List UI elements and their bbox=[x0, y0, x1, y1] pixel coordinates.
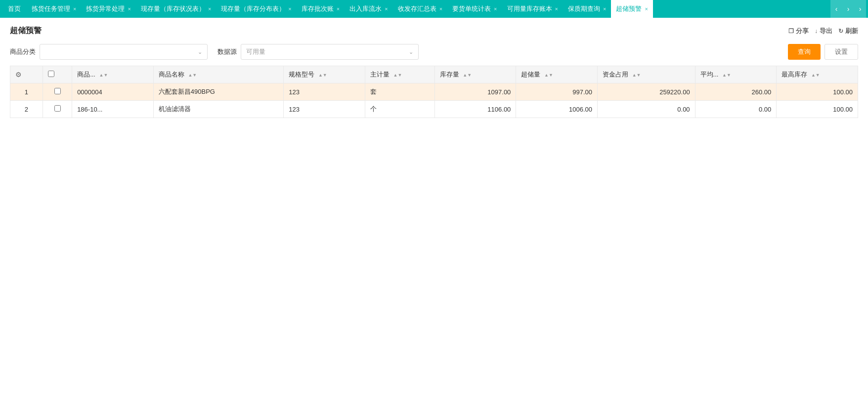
close-icon[interactable]: × bbox=[555, 6, 558, 12]
row-name: 六配套新昌490BPG bbox=[153, 83, 283, 101]
close-icon[interactable]: × bbox=[337, 6, 340, 12]
row-capital: 0.00 bbox=[598, 101, 695, 118]
nav-tab-5[interactable]: 出入库流水 × bbox=[345, 0, 392, 18]
col-header-over[interactable]: 超储量 ▲▼ bbox=[516, 66, 598, 83]
nav-tab-3[interactable]: 现存量（库存分布表） × bbox=[216, 0, 296, 18]
col-header-capital[interactable]: 资金占用 ▲▼ bbox=[598, 66, 695, 83]
row-avg: 260.00 bbox=[695, 83, 777, 101]
nav-tab-2[interactable]: 现存量（库存状况表） × bbox=[136, 0, 216, 18]
gear-icon[interactable]: ⚙ bbox=[15, 71, 22, 79]
page-container: 超储预警 ❐ 分享 ↓ 导出 ↻ 刷新 商品分类 ⌄ 数据源 bbox=[0, 18, 868, 126]
filter-row: 商品分类 ⌄ 数据源 可用量 ⌄ 查询 设置 bbox=[10, 44, 858, 60]
sort-icon: ▲▼ bbox=[632, 73, 641, 78]
refresh-link[interactable]: ↻ 刷新 bbox=[838, 27, 858, 36]
nav-prev-button[interactable]: ‹ bbox=[830, 0, 842, 18]
data-table: ⚙ 商品... ▲▼ 商品名称 ▲▼ 规格型号 ▲▼ 主计 bbox=[10, 66, 858, 118]
sort-icon: ▲▼ bbox=[544, 73, 553, 78]
query-button[interactable]: 查询 bbox=[788, 44, 821, 60]
col-header-avg[interactable]: 平均... ▲▼ bbox=[695, 66, 777, 83]
row-avg: 0.00 bbox=[695, 101, 777, 118]
nav-tab-1[interactable]: 拣货异常处理 × bbox=[81, 0, 135, 18]
row-spec: 123 bbox=[284, 101, 365, 118]
set-button[interactable]: 设置 bbox=[825, 44, 858, 60]
close-icon[interactable]: × bbox=[645, 6, 648, 12]
export-link[interactable]: ↓ 导出 bbox=[815, 27, 832, 36]
sort-icon: ▲▼ bbox=[318, 73, 327, 78]
row-code: 186-10... bbox=[72, 101, 154, 118]
nav-more-button[interactable]: › bbox=[854, 0, 866, 18]
nav-tab-8[interactable]: 可用量库存账本 × bbox=[502, 0, 563, 18]
chevron-down-icon: ⌄ bbox=[198, 49, 202, 55]
row-name: 机油滤清器 bbox=[153, 101, 283, 118]
nav-tab-4[interactable]: 库存批次账 × bbox=[297, 0, 345, 18]
sort-icon: ▲▼ bbox=[722, 73, 731, 78]
row-code: 0000004 bbox=[72, 83, 154, 101]
sort-icon: ▲▼ bbox=[393, 73, 402, 78]
close-icon[interactable]: × bbox=[73, 6, 76, 12]
nav-tab-7[interactable]: 要货单统计表 × bbox=[447, 0, 502, 18]
export-icon: ↓ bbox=[815, 28, 818, 35]
close-icon[interactable]: × bbox=[128, 6, 130, 12]
table-row: 2 186-10... 机油滤清器 123 个 1106.00 1006.00 … bbox=[10, 101, 858, 118]
row-unit: 个 bbox=[365, 101, 434, 118]
row-stock: 1097.00 bbox=[434, 83, 516, 101]
select-all-checkbox[interactable] bbox=[48, 71, 54, 77]
nav-next-button[interactable]: › bbox=[842, 0, 854, 18]
row-over: 997.00 bbox=[516, 83, 598, 101]
sort-icon: ▲▼ bbox=[99, 73, 108, 78]
filter-actions: 查询 设置 bbox=[788, 44, 858, 60]
sort-icon: ▲▼ bbox=[463, 73, 472, 78]
row-seq: 2 bbox=[10, 101, 43, 118]
datasource-value: 可用量 bbox=[246, 47, 265, 56]
share-link[interactable]: ❐ 分享 bbox=[788, 27, 809, 36]
settings-header[interactable]: ⚙ bbox=[10, 66, 43, 83]
row-checkbox[interactable] bbox=[54, 88, 61, 94]
refresh-icon: ↻ bbox=[838, 28, 843, 35]
col-header-unit[interactable]: 主计量 ▲▼ bbox=[365, 66, 434, 83]
row-check[interactable] bbox=[43, 83, 72, 101]
chevron-down-icon: ⌄ bbox=[409, 49, 413, 55]
share-icon: ❐ bbox=[788, 28, 794, 35]
row-stock: 1106.00 bbox=[434, 101, 516, 118]
nav-tab-10[interactable]: 超储预警 × bbox=[611, 0, 652, 18]
check-header[interactable] bbox=[43, 66, 72, 83]
close-icon[interactable]: × bbox=[208, 6, 211, 12]
datasource-label: 数据源 bbox=[217, 47, 237, 56]
col-header-max[interactable]: 最高库存 ▲▼ bbox=[777, 66, 858, 83]
page-title: 超储预警 bbox=[10, 26, 42, 36]
nav-home[interactable]: 首页 bbox=[2, 4, 27, 13]
close-icon[interactable]: × bbox=[603, 6, 606, 12]
close-icon[interactable]: × bbox=[385, 6, 388, 12]
row-spec: 123 bbox=[284, 83, 365, 101]
category-select[interactable]: ⌄ bbox=[40, 44, 208, 60]
datasource-filter: 数据源 可用量 ⌄ bbox=[217, 44, 419, 60]
close-icon[interactable]: × bbox=[288, 6, 291, 12]
row-capital: 259220.00 bbox=[598, 83, 695, 101]
nav-tab-9[interactable]: 保质期查询 × bbox=[563, 0, 611, 18]
close-icon[interactable]: × bbox=[439, 6, 442, 12]
table-header-row: ⚙ 商品... ▲▼ 商品名称 ▲▼ 规格型号 ▲▼ 主计 bbox=[10, 66, 858, 83]
col-header-name[interactable]: 商品名称 ▲▼ bbox=[153, 66, 283, 83]
row-max: 100.00 bbox=[777, 83, 858, 101]
row-unit: 套 bbox=[365, 83, 434, 101]
col-header-spec[interactable]: 规格型号 ▲▼ bbox=[284, 66, 365, 83]
nav-tab-6[interactable]: 收发存汇总表 × bbox=[393, 0, 447, 18]
col-header-stock[interactable]: 库存量 ▲▼ bbox=[434, 66, 516, 83]
sort-icon: ▲▼ bbox=[188, 73, 197, 78]
row-checkbox[interactable] bbox=[54, 105, 61, 112]
page-title-row: 超储预警 ❐ 分享 ↓ 导出 ↻ 刷新 bbox=[10, 26, 858, 36]
close-icon[interactable]: × bbox=[494, 6, 497, 12]
row-check[interactable] bbox=[43, 101, 72, 118]
table-row: 1 0000004 六配套新昌490BPG 123 套 1097.00 997.… bbox=[10, 83, 858, 101]
category-label: 商品分类 bbox=[10, 47, 36, 56]
row-over: 1006.00 bbox=[516, 101, 598, 118]
nav-tab-0[interactable]: 拣货任务管理 × bbox=[27, 0, 81, 18]
row-seq: 1 bbox=[10, 83, 43, 101]
nav-bar: 首页 拣货任务管理 × 拣货异常处理 × 现存量（库存状况表） × 现存量（库存… bbox=[0, 0, 868, 18]
row-max: 100.00 bbox=[777, 101, 858, 118]
page-actions: ❐ 分享 ↓ 导出 ↻ 刷新 bbox=[788, 27, 858, 36]
nav-arrows: ‹ › › bbox=[830, 0, 866, 18]
sort-icon: ▲▼ bbox=[811, 73, 820, 78]
datasource-select[interactable]: 可用量 ⌄ bbox=[241, 44, 419, 60]
col-header-code[interactable]: 商品... ▲▼ bbox=[72, 66, 154, 83]
